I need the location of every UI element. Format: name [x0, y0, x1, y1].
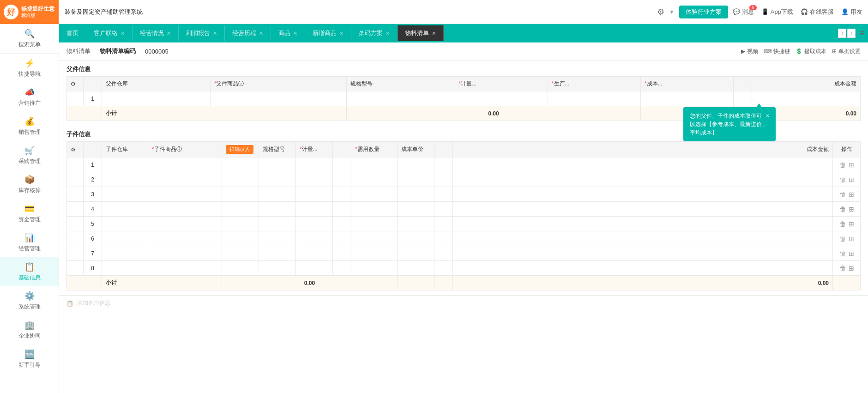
child-row2-delete-icon[interactable]: 🗑 — [839, 176, 846, 183]
shortcut-button[interactable]: ⌨ 快捷键 — [764, 48, 790, 55]
child-row4-unit[interactable] — [296, 202, 333, 217]
child-row7-unit[interactable] — [296, 246, 333, 261]
child-row4-unit-price[interactable] — [398, 202, 434, 217]
sidebar-item-search[interactable]: 🔍 搜索菜单 — [0, 24, 59, 54]
child-row1-delete-icon[interactable]: 🗑 — [839, 161, 846, 169]
parent-col-settings[interactable]: ⚙ — [67, 77, 84, 91]
child-row4-delete-icon[interactable]: 🗑 — [839, 206, 846, 213]
user-item[interactable]: 👤 用友 — [841, 8, 862, 16]
tab-close-add-product[interactable]: ✕ — [339, 30, 344, 36]
child-row6-delete-icon[interactable]: 🗑 — [839, 235, 846, 242]
child-row6-copy-icon[interactable]: ⊞ — [849, 235, 854, 242]
tab-close-product[interactable]: ✕ — [293, 30, 297, 36]
sidebar-item-marketing[interactable]: 📣 营销推广 — [0, 83, 59, 112]
view-video-button[interactable]: ▶ 视频 — [741, 48, 758, 55]
tab-next-button[interactable]: › — [847, 29, 856, 38]
child-row3-unit[interactable] — [296, 187, 333, 202]
tab-close-history[interactable]: ✕ — [259, 30, 263, 36]
child-row1-unit-price[interactable] — [398, 157, 434, 172]
child-row2-copy-icon[interactable]: ⊞ — [849, 176, 854, 183]
child-row1-spec[interactable] — [259, 157, 296, 172]
scan-input-button[interactable]: 扫码录入 — [226, 145, 253, 154]
child-row2-qty[interactable] — [351, 172, 398, 187]
sidebar-item-guide[interactable]: 🆕 新手引导 — [0, 345, 59, 374]
settings-gear-icon[interactable]: ⚙ — [657, 7, 664, 17]
child-row2-unit[interactable] — [296, 172, 333, 187]
parent-row1-spec[interactable] — [346, 91, 455, 106]
child-row8-qty[interactable] — [351, 261, 398, 276]
tab-prev-button[interactable]: ‹ — [838, 29, 846, 38]
sidebar-item-business[interactable]: 📊 经营管理 — [0, 228, 59, 257]
child-row1-qty[interactable] — [351, 157, 398, 172]
parent-row1-cost[interactable] — [641, 91, 734, 106]
tab-close-barcode[interactable]: ✕ — [386, 30, 390, 36]
tab-profit[interactable]: 利润报告 ✕ — [179, 25, 225, 41]
child-row4-qty[interactable] — [351, 202, 398, 217]
child-row5-qty[interactable] — [351, 217, 398, 231]
child-row5-warehouse[interactable] — [102, 217, 148, 231]
child-row3-warehouse[interactable] — [102, 187, 148, 202]
child-row6-qty[interactable] — [351, 231, 398, 246]
sidebar-item-system[interactable]: ⚙️ 系统管理 — [0, 286, 59, 315]
tab-customer[interactable]: 客户联络 ✕ — [86, 25, 133, 41]
tab-close-profit[interactable]: ✕ — [213, 30, 217, 36]
child-row4-spec[interactable] — [259, 202, 296, 217]
extract-cost-button[interactable]: 💲 提取成本 — [796, 48, 826, 55]
child-row6-product[interactable] — [148, 231, 222, 246]
child-row5-unit[interactable] — [296, 217, 333, 231]
trial-button[interactable]: 体验行业方案 — [679, 6, 728, 18]
child-row2-warehouse[interactable] — [102, 172, 148, 187]
tab-product[interactable]: 商品 ✕ — [271, 25, 305, 41]
child-row8-copy-icon[interactable]: ⊞ — [849, 265, 854, 272]
parent-row1-unit[interactable] — [455, 91, 548, 106]
dropdown-arrow-icon[interactable]: ▼ — [669, 9, 675, 15]
child-row5-unit-price[interactable] — [398, 217, 434, 231]
note-text[interactable]: 添加备注信息 — [77, 299, 110, 307]
child-row7-qty[interactable] — [351, 246, 398, 261]
sidebar-item-finance[interactable]: 💳 资金管理 — [0, 199, 59, 228]
sidebar-item-basic-info[interactable]: 📋 基础信息 — [0, 257, 59, 286]
child-row8-delete-icon[interactable]: 🗑 — [839, 265, 846, 272]
child-row3-product[interactable] — [148, 187, 222, 202]
child-row6-spec[interactable] — [259, 231, 296, 246]
tab-add-product[interactable]: 新增商品 ✕ — [305, 25, 351, 41]
child-row3-spec[interactable] — [259, 187, 296, 202]
tab-close-customer[interactable]: ✕ — [121, 30, 125, 36]
child-row5-delete-icon[interactable]: 🗑 — [839, 220, 846, 228]
child-row6-unit[interactable] — [296, 231, 333, 246]
parent-row1-produce[interactable] — [548, 91, 640, 106]
sidebar-item-inventory[interactable]: 📦 库存核算 — [0, 170, 59, 199]
sidebar-item-sales[interactable]: 💰 销售管理 — [0, 112, 59, 141]
child-row7-unit-price[interactable] — [398, 246, 434, 261]
child-row2-spec[interactable] — [259, 172, 296, 187]
sidebar-item-purchase[interactable]: 🛒 采购管理 — [0, 141, 59, 170]
tab-home[interactable]: 首页 — [59, 25, 86, 41]
tab-close-bom[interactable]: ✕ — [432, 30, 436, 36]
parent-row1-product[interactable] — [210, 91, 346, 106]
close-all-tabs-button[interactable]: ≡ — [856, 29, 868, 38]
tab-history[interactable]: 经营历程 ✕ — [225, 25, 271, 41]
child-row7-spec[interactable] — [259, 246, 296, 261]
child-row5-product[interactable] — [148, 217, 222, 231]
child-row5-copy-icon[interactable]: ⊞ — [849, 220, 854, 228]
online-service-item[interactable]: 🎧 在线客服 — [801, 8, 834, 16]
sidebar-item-enterprise[interactable]: 🏢 企业协同 — [0, 315, 59, 345]
bill-settings-button[interactable]: ⊞ 单据设置 — [832, 48, 861, 55]
child-row3-qty[interactable] — [351, 187, 398, 202]
child-row4-product[interactable] — [148, 202, 222, 217]
child-row6-warehouse[interactable] — [102, 231, 148, 246]
child-row8-unit-price[interactable] — [398, 261, 434, 276]
child-row7-delete-icon[interactable]: 🗑 — [839, 250, 846, 257]
child-row4-warehouse[interactable] — [102, 202, 148, 217]
breadcrumb-bom[interactable]: 物料清单 — [66, 47, 90, 55]
child-row4-copy-icon[interactable]: ⊞ — [849, 206, 854, 213]
child-row3-unit-price[interactable] — [398, 187, 434, 202]
child-row1-product[interactable] — [148, 157, 222, 172]
tab-bom[interactable]: 物料清单 ✕ — [398, 25, 444, 41]
child-row2-unit-price[interactable] — [398, 172, 434, 187]
child-row8-product[interactable] — [148, 261, 222, 276]
child-row1-warehouse[interactable] — [102, 157, 148, 172]
child-row3-copy-icon[interactable]: ⊞ — [849, 191, 854, 198]
parent-row1-warehouse[interactable] — [102, 91, 211, 106]
tab-operation[interactable]: 经营情况 ✕ — [133, 25, 179, 41]
